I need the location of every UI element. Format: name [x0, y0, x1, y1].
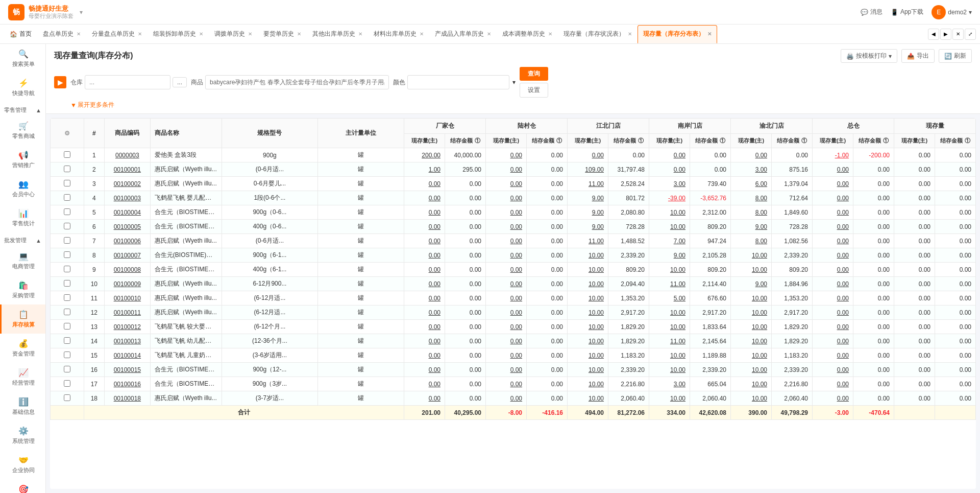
search-collapse-btn[interactable]: ▶: [54, 76, 66, 88]
tab-chengbentiaoz[interactable]: 成本调整单历史 ✕: [497, 25, 558, 43]
tab-chancheng-close[interactable]: ✕: [487, 31, 491, 37]
sidebar-item-basic[interactable]: ℹ️ 基础信息: [0, 392, 45, 421]
cell-check[interactable]: [51, 220, 84, 234]
sidebar-item-marketing[interactable]: 📢 营销推广: [0, 145, 45, 174]
tab-pandian[interactable]: 盘点单历史 ✕: [37, 25, 86, 43]
row-checkbox[interactable]: [64, 351, 70, 358]
tab-chengbentiaoz-close[interactable]: ✕: [548, 31, 552, 37]
row-checkbox[interactable]: [64, 280, 70, 287]
sidebar-item-system[interactable]: ⚙️ 系统管理: [0, 421, 45, 450]
tab-kucunfb-close[interactable]: ✕: [707, 31, 712, 37]
sidebar-item-bizops[interactable]: 📈 经营管理: [0, 363, 45, 392]
cell-check[interactable]: [51, 191, 84, 205]
cell-check[interactable]: [51, 377, 84, 391]
print-btn[interactable]: 🖨️ 按模板打印 ▾: [841, 49, 897, 63]
tab-cailiao-close[interactable]: ✕: [420, 31, 424, 37]
color-dropdown-icon[interactable]: ▾: [512, 79, 516, 86]
message-btn[interactable]: 💬 消息: [861, 8, 883, 16]
sidebar-item-purchase[interactable]: 🛍️ 采购管理: [0, 275, 45, 304]
sidebar-item-retail-mgmt[interactable]: 零售管理 ▲: [0, 102, 45, 116]
tab-diaob[interactable]: 调拨单历史 ✕: [209, 25, 258, 43]
cell-check[interactable]: [51, 177, 84, 191]
tab-fenpandian-close[interactable]: ✕: [138, 31, 142, 37]
warehouse-input[interactable]: [85, 75, 170, 89]
sidebar-item-ecom[interactable]: 💻 电商管理: [0, 246, 45, 275]
cell-check[interactable]: [51, 391, 84, 406]
tab-zuzhang[interactable]: 组装拆卸单历史 ✕: [148, 25, 209, 43]
settings-btn[interactable]: 设置: [520, 83, 548, 98]
cell-check[interactable]: [51, 263, 84, 277]
sidebar-item-collab[interactable]: 🤝 企业协同: [0, 450, 45, 479]
cell-check[interactable]: [51, 334, 84, 348]
cell-check[interactable]: [51, 306, 84, 320]
query-btn[interactable]: 查询: [520, 67, 548, 81]
tab-chancheng[interactable]: 产成品入库单历史 ✕: [429, 25, 497, 43]
cell-check[interactable]: [51, 162, 84, 177]
row-checkbox[interactable]: [64, 394, 70, 401]
tab-diaob-close[interactable]: ✕: [248, 31, 252, 37]
cell-check[interactable]: [51, 148, 84, 162]
cell-check[interactable]: [51, 348, 84, 363]
goods-input[interactable]: [205, 75, 389, 89]
tab-qtchu[interactable]: 其他出库单历史 ✕: [307, 25, 368, 43]
expand-conditions-btn[interactable]: ▼ 展开更多条件: [70, 101, 972, 109]
warehouse-ellipsis-btn[interactable]: ...: [173, 77, 187, 87]
sidebar-item-nav[interactable]: ⚡ 快捷导航: [0, 73, 45, 102]
sidebar-item-inventory[interactable]: 📋 库存核算: [0, 304, 45, 334]
sidebar-item-shop[interactable]: 🛒 零售商城: [0, 116, 45, 145]
row-checkbox[interactable]: [64, 337, 70, 344]
row-checkbox[interactable]: [64, 208, 70, 215]
row-checkbox[interactable]: [64, 323, 70, 330]
row-checkbox[interactable]: [64, 194, 70, 201]
tab-kucunz-close[interactable]: ✕: [628, 31, 632, 37]
tab-fenpandian[interactable]: 分量盘点单历史 ✕: [86, 25, 148, 43]
cell-unit: 罐: [317, 291, 404, 306]
row-checkbox[interactable]: [64, 380, 70, 387]
tab-kucunz[interactable]: 现存量（库存状况表） ✕: [558, 25, 638, 43]
sidebar-item-search[interactable]: 🔍 搜索英单: [0, 44, 45, 73]
row-checkbox[interactable]: [64, 366, 70, 372]
cell-check[interactable]: [51, 291, 84, 306]
sidebar-item-finance[interactable]: 💰 资金管理: [0, 334, 45, 363]
tab-cailiao[interactable]: 材料出库单历史 ✕: [368, 25, 429, 43]
row-checkbox[interactable]: [64, 294, 70, 301]
color-input[interactable]: [407, 75, 509, 89]
refresh-btn[interactable]: 🔄 刷新: [939, 49, 972, 63]
row-checkbox[interactable]: [64, 180, 70, 186]
row-checkbox[interactable]: [64, 166, 70, 172]
tab-nav-close-all[interactable]: ✕: [952, 29, 964, 40]
sidebar-item-members[interactable]: 👥 会员中心: [0, 174, 45, 203]
export-btn[interactable]: 📤 导出: [901, 49, 935, 63]
cell-check[interactable]: [51, 277, 84, 291]
tab-home[interactable]: 🏠 首页: [4, 25, 37, 43]
dropdown-arrow-icon[interactable]: ▾: [80, 9, 83, 16]
sidebar-item-guide[interactable]: 🎯 新手引导: [0, 479, 45, 493]
tab-kucunfb[interactable]: 现存量（库存分布表） ✕: [638, 25, 717, 43]
tab-pandian-close[interactable]: ✕: [77, 31, 81, 37]
warehouse-label: 仓库: [70, 78, 83, 87]
row-checkbox[interactable]: [64, 251, 70, 258]
cell-check[interactable]: [51, 363, 84, 377]
tab-nav-prev[interactable]: ◀: [928, 29, 939, 40]
cell-check[interactable]: [51, 320, 84, 334]
row-checkbox[interactable]: [64, 223, 70, 229]
row-checkbox[interactable]: [64, 309, 70, 315]
cell-check[interactable]: [51, 205, 84, 220]
tab-nav-next[interactable]: ▶: [940, 29, 951, 40]
cell-check[interactable]: [51, 248, 84, 263]
tab-yaohuo-close[interactable]: ✕: [297, 31, 301, 37]
row-checkbox[interactable]: [64, 151, 70, 158]
th-setting[interactable]: ⚙: [51, 119, 84, 148]
tab-yaohuo[interactable]: 要货单历史 ✕: [258, 25, 307, 43]
row-checkbox[interactable]: [64, 237, 70, 244]
tab-qtchu-close[interactable]: ✕: [358, 31, 362, 37]
cell-check[interactable]: [51, 234, 84, 248]
tab-nav-expand[interactable]: ⤢: [965, 29, 976, 40]
tab-zuzhang-close[interactable]: ✕: [199, 31, 203, 37]
sidebar-item-wholesale[interactable]: 批发管理 ▲: [0, 232, 45, 246]
user-area[interactable]: E demo2 ▾: [932, 5, 972, 19]
sidebar-item-retail-stats[interactable]: 📊 零售统计: [0, 203, 45, 232]
app-download-btn[interactable]: 📱 App下载: [891, 8, 923, 16]
cell-no: 14: [84, 334, 104, 348]
row-checkbox[interactable]: [64, 266, 70, 272]
